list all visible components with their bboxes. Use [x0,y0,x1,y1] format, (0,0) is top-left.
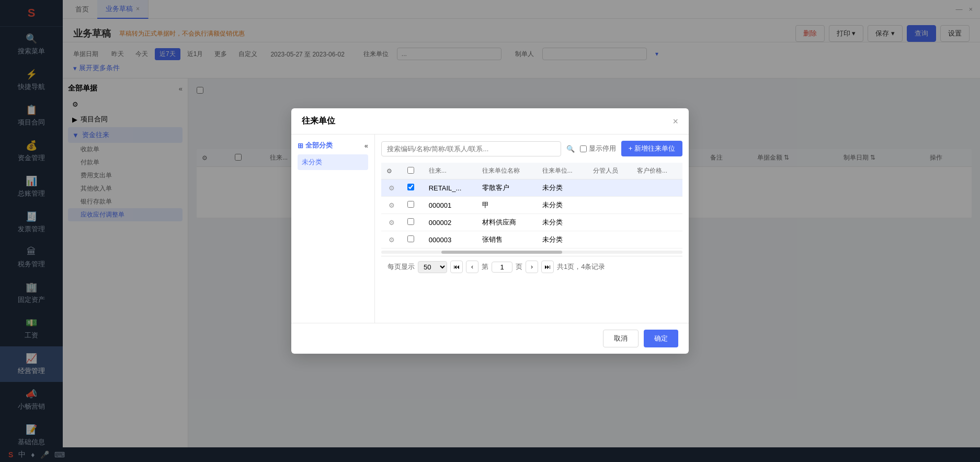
row-category: 未分类 [537,214,588,231]
modal-table-header: ⚙ 往来... 往来单位名称 往来单位... 分管人员 客户价格... [381,163,682,179]
modal-footer: 每页显示 50 100 ⏮ ‹ 第 页 › ⏭ 共1页，4条记录 [381,256,682,277]
page-label: 第 [482,262,488,272]
modal-search-input[interactable] [381,141,561,156]
row-name: 零散客户 [477,179,537,197]
modal-pagination: 每页显示 50 100 ⏮ ‹ 第 页 › ⏭ 共1页，4条记录 [388,261,605,273]
row-category: 未分类 [537,231,588,249]
modal-col-price[interactable]: 客户价格... [632,163,682,179]
modal-col-checkbox[interactable] [402,163,424,179]
row-settings-icon[interactable]: ⚙ [381,214,402,231]
row-select-checkbox[interactable] [407,184,414,190]
total-records: 共1页，4条记录 [557,262,605,272]
modal-category-title: ⊞ 全部分类 « [298,141,368,150]
show-disabled-checkbox[interactable] [580,145,587,152]
modal-actions: 取消 确定 [291,323,689,354]
modal-overlay[interactable]: 往来单位 × ⊞ 全部分类 « 未分类 🔍 [0,0,980,462]
add-counterpart-label: + 新增往来单位 [629,144,675,152]
per-page-select[interactable]: 50 100 [418,261,447,273]
modal-table-row[interactable]: ⚙ 000003 张销售 未分类 [381,231,682,249]
modal-right-panel: 🔍 显示停用 + 新增往来单位 ⚙ [375,134,689,323]
modal-col-code[interactable]: 往来... [424,163,477,179]
modal-table-row[interactable]: ⚙ 000002 材料供应商 未分类 [381,214,682,231]
modal-table-wrapper: ⚙ 往来... 往来单位名称 往来单位... 分管人员 客户价格... ⚙ [381,163,682,249]
modal-col-settings[interactable]: ⚙ [381,163,402,179]
page-suffix: 页 [516,262,522,272]
modal-left-panel: ⊞ 全部分类 « 未分类 [291,134,375,323]
modal-col-type[interactable]: 往来单位... [537,163,588,179]
grid-icon: ⊞ [298,142,303,150]
modal-search-row: 🔍 显示停用 + 新增往来单位 [381,141,682,156]
prev-page-button[interactable]: ‹ [466,261,478,273]
per-page-label: 每页显示 [388,262,415,272]
modal-cat-item-unclassified[interactable]: 未分类 [298,154,368,170]
current-page-input[interactable] [492,262,512,273]
row-price-level [632,197,682,214]
add-counterpart-button[interactable]: + 新增往来单位 [621,141,682,156]
row-code: RETAIL_... [424,179,477,197]
show-disabled-label: 显示停用 [580,144,616,153]
modal-col-manager[interactable]: 分管人员 [588,163,632,179]
row-code: 000003 [424,231,477,249]
modal-cancel-button[interactable]: 取消 [603,330,639,347]
row-checkbox[interactable] [402,179,424,197]
modal-close-button[interactable]: × [673,117,678,126]
modal-table: ⚙ 往来... 往来单位名称 往来单位... 分管人员 客户价格... ⚙ [381,163,682,249]
last-page-button[interactable]: ⏭ [541,261,554,273]
row-select-checkbox[interactable] [407,201,414,208]
row-manager [588,231,632,249]
modal-table-row[interactable]: ⚙ 000001 甲 未分类 [381,197,682,214]
next-page-button[interactable]: › [526,261,538,273]
modal-col-name[interactable]: 往来单位名称 [477,163,537,179]
counterpart-modal: 往来单位 × ⊞ 全部分类 « 未分类 🔍 [291,108,689,354]
modal-left-collapse-button[interactable]: « [364,142,368,150]
modal-header-checkbox[interactable] [407,167,414,174]
modal-body: ⊞ 全部分类 « 未分类 🔍 显示停用 [291,134,689,323]
modal-header: 往来单位 × [291,108,689,134]
modal-table-row[interactable]: ⚙ RETAIL_... 零散客户 未分类 [381,179,682,197]
row-price-level [632,179,682,197]
row-manager [588,179,632,197]
row-checkbox[interactable] [402,197,424,214]
row-manager [588,214,632,231]
row-name: 甲 [477,197,537,214]
row-settings-icon[interactable]: ⚙ [381,231,402,249]
row-code: 000002 [424,214,477,231]
modal-title: 往来单位 [302,116,335,127]
row-code: 000001 [424,197,477,214]
modal-cat-label: 未分类 [302,158,322,166]
row-settings-icon[interactable]: ⚙ [381,197,402,214]
row-checkbox[interactable] [402,231,424,249]
cancel-label: 取消 [614,334,628,342]
row-select-checkbox[interactable] [407,218,414,225]
row-manager [588,197,632,214]
confirm-label: 确定 [654,334,668,342]
row-settings-icon[interactable]: ⚙ [381,179,402,197]
row-select-checkbox[interactable] [407,235,414,242]
modal-search-icon[interactable]: 🔍 [566,145,575,153]
modal-category-label: 全部分类 [305,141,333,150]
row-name: 张销售 [477,231,537,249]
row-category: 未分类 [537,179,588,197]
show-disabled-text: 显示停用 [589,144,616,153]
row-price-level [632,231,682,249]
row-checkbox[interactable] [402,214,424,231]
modal-confirm-button[interactable]: 确定 [644,330,678,347]
modal-scrollbar[interactable] [381,251,682,254]
row-price-level [632,214,682,231]
row-category: 未分类 [537,197,588,214]
modal-scrollbar-thumb [441,251,562,254]
row-name: 材料供应商 [477,214,537,231]
first-page-button[interactable]: ⏮ [450,261,463,273]
